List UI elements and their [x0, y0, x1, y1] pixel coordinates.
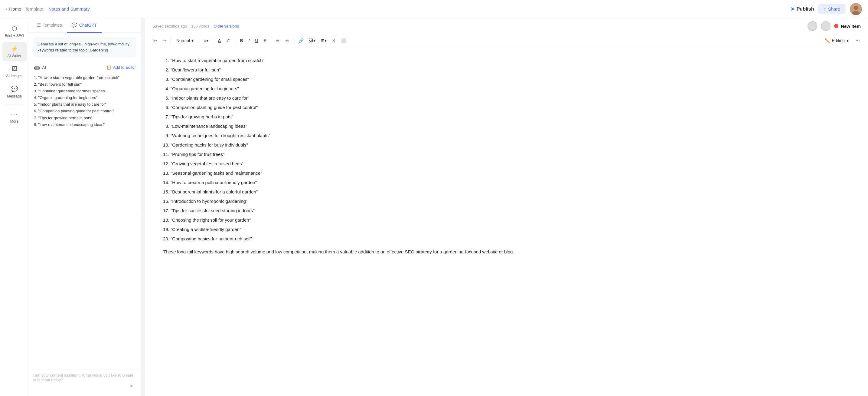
- bullet-list-button[interactable]: ☰: [274, 37, 282, 45]
- list-item: "Seasonal gardening tasks and maintenanc…: [170, 169, 850, 177]
- sidebar-divider: [5, 105, 24, 105]
- list-item: "Pruning tips for fruit trees": [170, 150, 850, 158]
- align-chevron: ▾: [206, 38, 208, 43]
- italic-button[interactable]: I: [247, 37, 252, 45]
- left-sidebar: ⬡ Brief + SEO ⚡ AI Writer 🖼 AI Images 💬 …: [0, 18, 29, 396]
- list-item: "Choosing the right soil for your garden…: [170, 216, 850, 224]
- list-item: "Best perennial plants for a colorful ga…: [170, 188, 850, 196]
- toolbar-separator-3: [213, 37, 213, 44]
- image-button[interactable]: 🖼 ▾: [307, 37, 317, 45]
- editing-label: Editing: [832, 38, 845, 43]
- word-count: 136 words: [191, 24, 209, 28]
- avatar-image: [850, 3, 862, 15]
- tab-chatgpt-label: ChatGPT: [79, 23, 97, 28]
- editor-meta-left: Saved seconds ago 136 words Older versio…: [152, 24, 239, 28]
- align-button[interactable]: ≡ ▾: [202, 37, 211, 45]
- list-item: "Tips for successful seed starting indoo…: [170, 206, 850, 215]
- collaborator-avatar-1: [807, 21, 817, 31]
- undo-icon: ↩: [153, 38, 157, 43]
- undo-button[interactable]: ↩: [151, 37, 159, 45]
- highlight-button[interactable]: 🖊: [224, 37, 232, 45]
- clear-format-icon: ✕: [332, 38, 336, 43]
- editing-selector[interactable]: ✏️ Editing ▾: [821, 37, 852, 45]
- toolbar-separator-4: [235, 37, 235, 44]
- brief-seo-icon: ⬡: [12, 25, 17, 32]
- table-button[interactable]: ⊞ ▾: [319, 37, 329, 45]
- list-item: "How to create a pollinator-friendly gar…: [170, 178, 850, 187]
- older-versions-link[interactable]: Older versions: [214, 24, 239, 28]
- home-link[interactable]: ‹ Home: [6, 6, 21, 11]
- editor-content[interactable]: "How to start a vegetable garden from sc…: [145, 47, 868, 396]
- sidebar-label-brief-seo: Brief + SEO: [5, 34, 24, 38]
- panel: ☰ Templates 💬 ChatGPT Generate a list of…: [29, 18, 141, 396]
- sidebar-item-brief-seo[interactable]: ⬡ Brief + SEO: [2, 22, 27, 41]
- saved-status: Saved seconds ago: [152, 24, 187, 28]
- publish-button[interactable]: ➤ Publish: [790, 6, 814, 12]
- list-item: "Watering techniques for drought-resista…: [170, 132, 850, 140]
- style-selector[interactable]: Normal ▾: [173, 37, 196, 45]
- resize-handle[interactable]: ⋮: [141, 18, 145, 396]
- pencil-icon: ✏️: [825, 38, 830, 43]
- embed-button[interactable]: ⬜: [339, 37, 348, 45]
- list-item: "Organic gardening for beginners": [170, 84, 850, 93]
- templates-icon: ☰: [37, 22, 41, 28]
- clear-format-button[interactable]: ✕: [330, 37, 338, 45]
- more-icon: ···: [11, 111, 18, 118]
- tab-chatgpt[interactable]: 💬 ChatGPT: [67, 18, 102, 33]
- ai-label-text: AI: [42, 65, 46, 70]
- chat-input-wrapper: ➤: [33, 373, 137, 392]
- editor-meta-right: New Item: [807, 21, 861, 31]
- sidebar-item-message[interactable]: 💬 Message: [2, 82, 27, 102]
- editor-toolbar: ↩ ↪ Normal ▾ ≡ ▾ A 🖊 B: [145, 34, 868, 47]
- ai-writer-icon: ⚡: [10, 45, 18, 52]
- chat-input[interactable]: [33, 373, 137, 391]
- editing-chevron: ▾: [846, 38, 849, 43]
- send-icon[interactable]: ➤: [129, 383, 133, 389]
- strikethrough-icon: S: [264, 38, 267, 43]
- new-item-button[interactable]: New Item: [834, 24, 861, 29]
- editor-area: Saved seconds ago 136 words Older versio…: [145, 18, 868, 396]
- chevron-left-icon: ‹: [6, 7, 7, 11]
- image-chevron: ▾: [313, 38, 315, 43]
- embed-icon: ⬜: [341, 38, 346, 43]
- more-options-button[interactable]: ⋯: [854, 37, 862, 45]
- style-label: Normal: [176, 38, 190, 43]
- list-item: "How to start a vegetable garden from sc…: [170, 56, 850, 64]
- add-to-editor-button[interactable]: 📋 Add to Editor: [106, 65, 136, 69]
- redo-button[interactable]: ↪: [160, 37, 168, 45]
- sidebar-item-more[interactable]: ··· More: [8, 108, 21, 126]
- link-button[interactable]: 🔗: [297, 37, 306, 45]
- text-color-button[interactable]: A: [216, 37, 223, 45]
- numbered-list-icon: ☷: [285, 38, 289, 43]
- bold-icon: B: [240, 38, 243, 43]
- list-item: "Low-maintenance landscaping ideas": [170, 122, 850, 130]
- underline-button[interactable]: U: [253, 37, 260, 45]
- align-icon: ≡: [204, 38, 206, 43]
- share-button[interactable]: ↑ Share: [818, 4, 846, 14]
- list-item: "Introduction to hydroponic gardening": [170, 197, 850, 205]
- ai-response-section: 🤖 AI 📋 Add to Editor 1. "How to start a …: [29, 61, 141, 369]
- sidebar-item-ai-writer[interactable]: ⚡ AI Writer: [2, 42, 27, 61]
- template-prompt-text: Generate a list of long-tail, high-volum…: [37, 42, 129, 52]
- style-chevron-icon: ▾: [191, 38, 193, 43]
- ai-label: 🤖 AI: [34, 64, 46, 70]
- tab-templates[interactable]: ☰ Templates: [32, 18, 67, 33]
- bold-button[interactable]: B: [238, 37, 245, 45]
- editor-footer-text: These long-tail keywords have high searc…: [163, 248, 850, 256]
- numbered-list-button[interactable]: ☷: [283, 37, 291, 45]
- svg-point-1: [854, 6, 858, 10]
- ai-robot-icon: 🤖: [34, 64, 40, 70]
- list-item: "Growing vegetables in raised beds": [170, 160, 850, 168]
- publish-icon: ➤: [790, 6, 795, 12]
- share-label: Share: [828, 6, 840, 11]
- highlight-icon: 🖊: [226, 38, 230, 43]
- bullet-list-icon: ☰: [276, 38, 280, 43]
- strikethrough-button[interactable]: S: [261, 37, 269, 45]
- link-icon: 🔗: [299, 38, 304, 43]
- top-bar: ‹ Home Template: Notes and Summary ➤ Pub…: [0, 0, 868, 18]
- older-versions-label: Older versions: [214, 24, 239, 28]
- sidebar-item-ai-images[interactable]: 🖼 AI Images: [2, 62, 27, 81]
- avatar[interactable]: [850, 3, 862, 15]
- top-bar-left: ‹ Home Template: Notes and Summary: [6, 6, 90, 11]
- ai-response-content: 1. "How to start a vegetable garden from…: [29, 72, 141, 369]
